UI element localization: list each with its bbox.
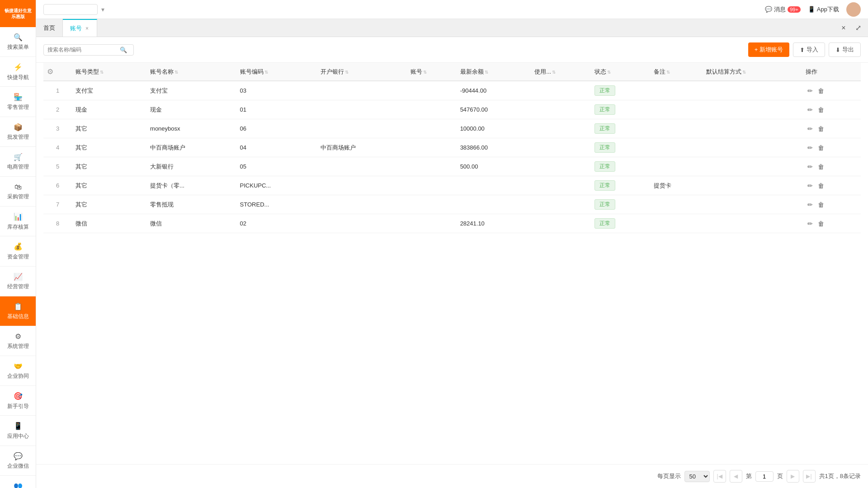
page-first-btn[interactable]: |◀ <box>713 470 726 483</box>
col-default-payment[interactable]: 默认结算方式⇅ <box>703 63 802 81</box>
import-button[interactable]: ⬆ 导入 <box>793 42 825 57</box>
page-next-btn[interactable]: ▶ <box>787 470 799 483</box>
delete-button[interactable]: 🗑 <box>816 124 826 133</box>
edit-button[interactable]: ✏ <box>806 200 815 209</box>
delete-button[interactable]: 🗑 <box>816 181 826 190</box>
col-type[interactable]: 账号类型⇅ <box>72 63 146 81</box>
status-badge: 正常 <box>594 104 615 115</box>
delete-button[interactable]: 🗑 <box>816 219 826 228</box>
row-remark <box>650 157 703 176</box>
edit-button[interactable]: ✏ <box>806 143 815 152</box>
sidebar-item-app-center[interactable]: 📱应用中心 <box>0 416 36 446</box>
delete-button[interactable]: 🗑 <box>816 162 826 171</box>
add-account-button[interactable]: + 新增账号 <box>748 42 789 57</box>
row-actions: ✏ 🗑 <box>802 157 861 176</box>
col-usage[interactable]: 使用...⇅ <box>531 63 591 81</box>
sidebar-item-retail[interactable]: 🏪零售管理 <box>0 87 36 117</box>
sidebar: 畅捷通好生意 乐惠版 🔍搜索菜单⚡快捷导航🏪零售管理📦批发管理🛒电商管理🛍采购管… <box>0 0 36 488</box>
col-account[interactable]: 账号⇅ <box>407 63 457 81</box>
edit-button[interactable]: ✏ <box>806 219 815 228</box>
row-default-payment <box>703 119 802 138</box>
row-usage <box>531 119 591 138</box>
tab-account[interactable]: 账号 × <box>63 19 97 37</box>
table-row: 8 微信 微信 02 28241.10 正常 ✏ 🗑 <box>43 214 861 233</box>
row-name: 支付宝 <box>146 81 236 100</box>
row-type: 微信 <box>72 214 146 233</box>
col-bank[interactable]: 开户银行⇅ <box>317 63 407 81</box>
topbar-app-download[interactable]: 📱 App下载 <box>808 5 839 14</box>
tab-expand-btn[interactable]: ⤢ <box>852 22 864 34</box>
row-usage <box>531 214 591 233</box>
export-button[interactable]: ⬇ 导出 <box>829 42 861 57</box>
user-avatar[interactable] <box>846 2 861 17</box>
col-settings[interactable]: ⚙ <box>43 63 72 81</box>
retail-icon: 🏪 <box>14 92 23 102</box>
row-balance: 28241.10 <box>457 214 531 233</box>
sidebar-item-finance[interactable]: 💰资金管理 <box>0 236 36 266</box>
account-table-wrap: ⚙ 账号类型⇅ 账号名称⇅ 账号编码⇅ 开户银行⇅ 账号⇅ 最新余额⇅ 使用..… <box>36 63 868 464</box>
row-balance <box>457 195 531 214</box>
topbar-search-input[interactable] <box>43 4 98 15</box>
row-bank <box>317 214 407 233</box>
sidebar-item-wholesale[interactable]: 📦批发管理 <box>0 117 36 147</box>
row-num: 2 <box>43 100 72 119</box>
sidebar-item-system[interactable]: ⚙系统管理 <box>0 326 36 356</box>
row-usage <box>531 81 591 100</box>
search-icon[interactable]: 🔍 <box>120 47 127 53</box>
total-info: 共1页，8条记录 <box>819 472 861 480</box>
sidebar-item-inventory[interactable]: 📊库存核算 <box>0 206 36 236</box>
sidebar-item-purchase[interactable]: 🛍采购管理 <box>0 177 36 206</box>
page-input[interactable] <box>755 471 774 482</box>
row-default-payment <box>703 195 802 214</box>
sidebar-item-search-menu[interactable]: 🔍搜索菜单 <box>0 27 36 57</box>
row-type: 支付宝 <box>72 81 146 100</box>
row-num: 6 <box>43 176 72 195</box>
delete-button[interactable]: 🗑 <box>816 200 826 209</box>
row-code: 02 <box>236 214 317 233</box>
col-code[interactable]: 账号编码⇅ <box>236 63 317 81</box>
edit-button[interactable]: ✏ <box>806 181 815 190</box>
sidebar-item-guide[interactable]: 🎯新手引导 <box>0 386 36 416</box>
sidebar-item-basic-info[interactable]: 📋基础信息 <box>0 296 36 326</box>
enterprise-icon: 🤝 <box>14 361 23 371</box>
sidebar-item-member[interactable]: 👥畅会员 <box>0 476 36 488</box>
row-actions: ✏ 🗑 <box>802 119 861 138</box>
row-name: moneybosx <box>146 119 236 138</box>
edit-button[interactable]: ✏ <box>806 124 815 133</box>
col-remark[interactable]: 备注⇅ <box>650 63 703 81</box>
delete-button[interactable]: 🗑 <box>816 86 826 95</box>
row-default-payment <box>703 157 802 176</box>
sidebar-item-ecommerce[interactable]: 🛒电商管理 <box>0 147 36 177</box>
row-num: 5 <box>43 157 72 176</box>
col-name[interactable]: 账号名称⇅ <box>146 63 236 81</box>
export-icon: ⬇ <box>835 47 840 53</box>
delete-button[interactable]: 🗑 <box>816 143 826 152</box>
page-last-btn[interactable]: ▶| <box>803 470 816 483</box>
sidebar-item-operations[interactable]: 📈经营管理 <box>0 267 36 296</box>
edit-button[interactable]: ✏ <box>806 105 815 114</box>
per-page-select[interactable]: 102050100 <box>684 471 710 482</box>
tab-home[interactable]: 首页 <box>36 19 63 37</box>
sidebar-item-enterprise[interactable]: 🤝企业协同 <box>0 356 36 386</box>
tab-account-close[interactable]: × <box>85 24 90 33</box>
sidebar-item-wechat-work[interactable]: 💬企业微信 <box>0 446 36 476</box>
col-balance[interactable]: 最新余额⇅ <box>457 63 531 81</box>
row-code: PICKUPC... <box>236 176 317 195</box>
row-name: 提货卡（零... <box>146 176 236 195</box>
topbar-message[interactable]: 💬 消息 99+ <box>765 5 801 14</box>
row-type: 其它 <box>72 157 146 176</box>
table-row: 7 其它 零售抵现 STORED... 正常 ✏ 🗑 <box>43 195 861 214</box>
row-remark <box>650 100 703 119</box>
topbar-chevron[interactable]: ▾ <box>101 6 104 13</box>
search-input[interactable] <box>47 47 120 53</box>
page-suffix: 页 <box>777 472 783 480</box>
col-status[interactable]: 状态⇅ <box>591 63 650 81</box>
edit-button[interactable]: ✏ <box>806 86 815 95</box>
delete-button[interactable]: 🗑 <box>816 105 826 114</box>
row-remark <box>650 195 703 214</box>
tab-close-btn[interactable]: × <box>837 22 850 34</box>
system-icon: ⚙ <box>15 332 21 342</box>
page-prev-btn[interactable]: ◀ <box>730 470 742 483</box>
sidebar-item-quick-nav[interactable]: ⚡快捷导航 <box>0 57 36 87</box>
edit-button[interactable]: ✏ <box>806 162 815 171</box>
